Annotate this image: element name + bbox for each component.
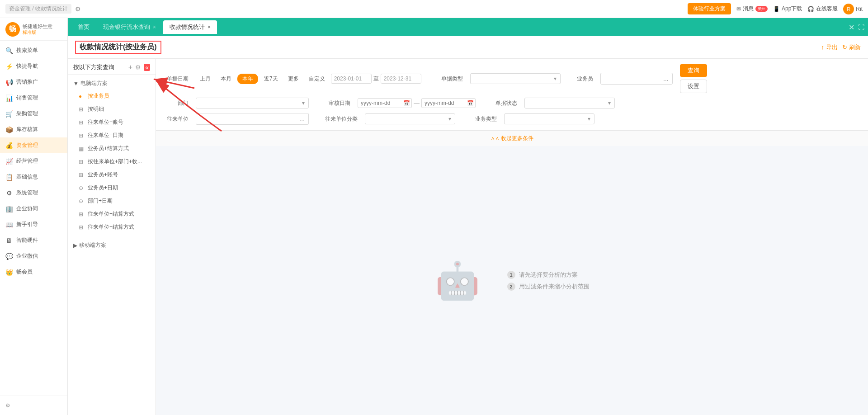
settings-scheme-btn[interactable]: ⚙ <box>135 64 141 71</box>
sidebar-item-inventory[interactable]: 📦 库存核算 <box>0 122 67 137</box>
collapse-bar[interactable]: ∧∧ 收起更多条件 <box>156 131 868 146</box>
tab-cashflow-close[interactable]: × <box>153 24 156 30</box>
doc-type-select[interactable]: ▾ <box>470 73 561 84</box>
collapse-label: 收起更多条件 <box>501 135 533 141</box>
settings-btn[interactable]: 设置 <box>680 80 707 93</box>
shortcut-7days[interactable]: 近7天 <box>260 74 282 84</box>
sidebar-item-search[interactable]: 🔍 搜索菜单 <box>0 42 67 58</box>
filter-row-3: 往来单位 ... 往来单位分类 ▾ 业务类型 ▾ <box>163 113 861 125</box>
sidebar-item-guide[interactable]: 📖 新手引导 <box>0 217 67 232</box>
sidebar-item-hardware[interactable]: 🖥 智能硬件 <box>0 232 67 248</box>
scheme-item-label: 往来单位+账号 <box>88 118 123 126</box>
sidebar-item-wechat[interactable]: 💬 企业微信 <box>0 248 67 264</box>
scheme-item-salesperson-account[interactable]: ⊞ 业务员+账号 <box>68 168 156 181</box>
more-dots-icon[interactable]: ... <box>663 75 669 82</box>
scheme-item-label: 往来单位+结算方式 <box>88 210 134 218</box>
tab-close-all-icon[interactable]: ✕ <box>849 23 854 32</box>
salesperson-select[interactable]: ... <box>600 73 673 85</box>
sidebar-item-label: 经营管理 <box>16 157 38 165</box>
sidebar-item-system[interactable]: ⚙ 系统管理 <box>0 185 67 201</box>
shortcut-this-month[interactable]: 本月 <box>217 74 236 84</box>
top-bar-right: 体验行业方案 ✉ 消息 99+ 📱 App下载 🎧 在线客服 R Rit <box>688 3 863 14</box>
sidebar-item-baseinfo[interactable]: 📋 基础信息 <box>0 169 67 185</box>
scheme-item-salesperson-date[interactable]: ⊙ 业务员+日期 <box>68 181 156 194</box>
app-download-btn[interactable]: 📱 App下载 <box>773 5 802 13</box>
headset-icon: 🎧 <box>807 6 814 12</box>
sidebar-item-purchase[interactable]: 🛒 采购管理 <box>0 106 67 122</box>
partner-type-select[interactable]: ▾ <box>365 113 455 124</box>
sidebar-item-member[interactable]: 👑 畅会员 <box>0 264 67 280</box>
shortcut-last-month[interactable]: 上月 <box>196 74 215 84</box>
calendar-icon2[interactable]: 📅 <box>467 100 474 106</box>
sidebar-item-marketing[interactable]: 📢 营销推广 <box>0 74 67 90</box>
tab-home[interactable]: 首页 <box>71 20 96 34</box>
scheme-item-detail[interactable]: ⊞ 按明细 <box>68 103 156 116</box>
date-range-input: 至 <box>331 74 421 84</box>
audit-from-input[interactable] <box>361 100 401 106</box>
sidebar-item-quicknav[interactable]: ⚡ 快捷导航 <box>0 58 67 74</box>
doc-status-label: 单据状态 <box>492 99 517 107</box>
logo-text: 畅捷通好生意 标准版 <box>23 23 52 35</box>
online-service-btn[interactable]: 🎧 在线客服 <box>807 5 838 13</box>
calendar-icon[interactable]: 📅 <box>403 100 410 106</box>
hint-text-2: 用过滤条件来缩小分析范围 <box>519 283 590 291</box>
sidebar-item-operations[interactable]: 📈 经营管理 <box>0 153 67 169</box>
sidebar-item-sales[interactable]: 📊 销售管理 <box>0 90 67 106</box>
scheme-group-mobile: ▶ 移动端方案 <box>68 236 156 254</box>
shortcut-more[interactable]: 更多 <box>284 74 303 84</box>
doc-status-select[interactable]: ▾ <box>524 98 615 108</box>
export-btn[interactable]: ↑ 导出 <box>821 43 838 52</box>
scheme-item-partner-account[interactable]: ⊞ 往来单位+账号 <box>68 116 156 129</box>
add-scheme-btn[interactable]: + <box>128 63 132 71</box>
audit-date-separator: — <box>414 100 420 107</box>
tab-cashflow[interactable]: 现金银行流水查询 × <box>97 20 162 34</box>
sidebar-item-label: 搜索菜单 <box>16 47 38 54</box>
audit-to-input[interactable] <box>425 100 465 106</box>
gear-icon-topbar[interactable]: ⚙ <box>75 5 81 13</box>
content-area: 首页 现金银行流水查询 × 收款情况统计 × ✕ ⛶ 收款情况统计(按业务员) … <box>68 18 868 415</box>
scheme-item-label: 按往来单位+部门+收... <box>88 158 142 165</box>
sidebar-settings-btn[interactable]: ⚙ <box>0 400 67 411</box>
scheme-group-mobile-title[interactable]: ▶ 移动端方案 <box>68 239 156 251</box>
tab-collection[interactable]: 收款情况统计 × <box>163 20 217 34</box>
item-icon: ⊞ <box>79 106 85 113</box>
shortcut-custom[interactable]: 自定义 <box>305 74 329 84</box>
tab-collection-close[interactable]: × <box>208 24 211 30</box>
biz-type-select[interactable]: ▾ <box>504 113 594 124</box>
scheme-item-partner-date[interactable]: ⊞ 往来单位+日期 <box>68 129 156 142</box>
trial-btn[interactable]: 体验行业方案 <box>688 3 731 14</box>
partner-more-dots[interactable]: ... <box>299 115 305 123</box>
date-to-input[interactable] <box>381 74 421 84</box>
logo-circle: 畅 <box>5 22 20 37</box>
member-icon: 👑 <box>5 269 13 276</box>
scheme-item-partner-dept[interactable]: ⊞ 按往来单位+部门+收... <box>68 155 156 168</box>
hint-step-2: 2 用过滤条件来缩小分析范围 <box>507 283 590 291</box>
scheme-group-desktop-title[interactable]: ▼ 电脑端方案 <box>68 77 156 90</box>
date-from-input[interactable] <box>331 74 372 84</box>
top-bar: 资金管理 / 收款情况统计 ⚙ 体验行业方案 ✉ 消息 99+ 📱 App下载 … <box>0 0 868 18</box>
scheme-item-partner-settle1[interactable]: ⊞ 往来单位+结算方式 <box>68 208 156 221</box>
refresh-btn[interactable]: ↻ 刷新 <box>842 43 861 52</box>
wechat-icon: 💬 <box>5 253 13 260</box>
panel-header-actions: + ⚙ « <box>128 63 150 71</box>
audit-date-to[interactable]: 📅 <box>421 98 476 108</box>
scheme-item-dept-date[interactable]: ⊙ 部门+日期 <box>68 194 156 208</box>
partner-input[interactable]: ... <box>196 113 309 125</box>
scheme-group-label: 电脑端方案 <box>80 80 108 87</box>
sidebar-item-enterprise[interactable]: 🏢 企业协同 <box>0 201 67 217</box>
scheme-item-salesperson[interactable]: ● 按业务员 <box>68 90 156 103</box>
marketing-icon: 📢 <box>5 79 13 86</box>
query-btn[interactable]: 查询 <box>680 64 707 77</box>
scheme-item-partner-settle2[interactable]: ⊞ 往来单位+结算方式 <box>68 221 156 234</box>
tab-expand-icon[interactable]: ⛶ <box>858 24 864 31</box>
sidebar-item-finance[interactable]: 💰 资金管理 <box>0 137 67 153</box>
scheme-item-salesperson-settle[interactable]: ▦ 业务员+结算方式 <box>68 142 156 155</box>
shortcut-this-year[interactable]: 本年 <box>237 74 258 84</box>
collapse-panel-btn[interactable]: « <box>144 64 150 71</box>
message-btn[interactable]: ✉ 消息 99+ <box>736 5 768 13</box>
audit-date-from[interactable]: 📅 <box>358 98 412 108</box>
partner-type-label: 往来单位分类 <box>325 115 358 123</box>
sidebar-item-label: 采购管理 <box>16 110 38 118</box>
dept-select[interactable]: ▾ <box>196 98 309 108</box>
query-buttons: 查询 设置 <box>680 64 707 93</box>
